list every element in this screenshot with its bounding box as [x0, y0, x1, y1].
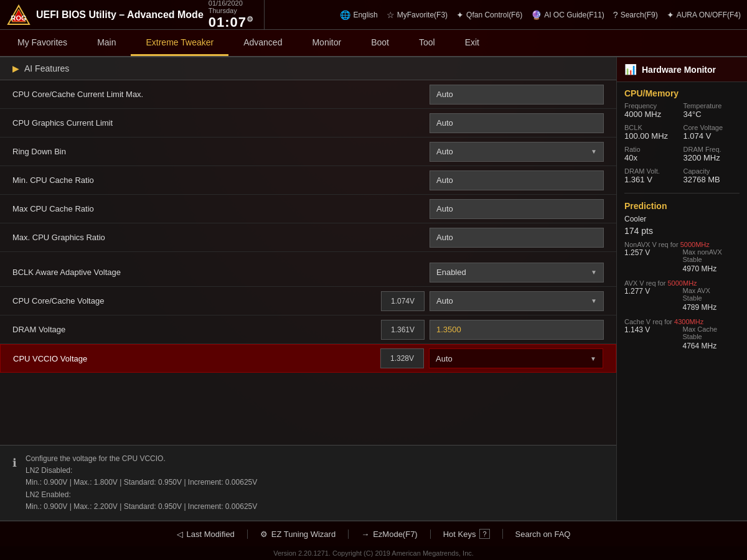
qfan-icon: ✦	[456, 10, 464, 20]
tab-main[interactable]: Main	[82, 30, 131, 56]
setting-max-cpu-graphics-ratio[interactable]: Max. CPU Graphics Ratio Auto	[0, 223, 616, 252]
chevron-down-icon: ▼	[591, 148, 597, 155]
small-value-cpu-vccio: 1.328V	[380, 348, 424, 368]
dropdown-bclk-aware[interactable]: Enabled ▼	[430, 263, 604, 282]
hw-pred-row2-freq: 5000MHz	[668, 279, 697, 287]
language-icon: 🌐	[340, 10, 350, 20]
value-box-dram-voltage[interactable]: 1.3500	[430, 320, 604, 340]
myfavorite-icon: ☆	[387, 10, 395, 20]
hw-pred-row3-req-label: Cache V req for 4300MHz	[624, 318, 740, 325]
setting-dram-voltage[interactable]: DRAM Voltage 1.361V 1.3500	[0, 315, 616, 344]
setting-controls-3: Auto ▼	[430, 142, 604, 162]
setting-bclk-aware-adaptive-voltage[interactable]: BCLK Aware Adaptive Voltage Enabled ▼	[0, 258, 616, 287]
toolbar-language[interactable]: 🌐 English	[340, 10, 377, 20]
hw-pred-row1-freq: 5000MHz	[680, 241, 710, 248]
setting-ring-down-bin[interactable]: Ring Down Bin Auto ▼	[0, 138, 616, 166]
footer-version: Version 2.20.1271. Copyright (C) 2019 Am…	[0, 546, 747, 560]
value-box-cpu-core-cache-current-limit[interactable]: Auto	[430, 85, 604, 105]
hw-cooler-value: 174 pts	[617, 225, 747, 241]
aioc-icon: 🔮	[531, 10, 542, 20]
setting-cpu-vccio-voltage[interactable]: CPU VCCIO Voltage 1.328V Auto ▼	[0, 344, 616, 373]
hw-monitor-header: 📊 Hardware Monitor	[617, 57, 747, 82]
toolbar-aura[interactable]: ✦ AURA ON/OFF(F4)	[667, 10, 741, 20]
setting-cpu-graphics-current-limit[interactable]: CPU Graphics Current Limit Auto	[0, 109, 616, 138]
hw-pred-row3-values: 1.143 V Max Cache Stable 4764 MHz	[624, 325, 740, 350]
hw-pred-row3-req-val: 1.143 V	[624, 325, 682, 340]
spacer-row	[0, 252, 616, 258]
toolbar-myfavorite[interactable]: ☆ MyFavorite(F3)	[387, 10, 448, 20]
hw-item-dram-volt: DRAM Volt. 1.361 V	[624, 167, 681, 184]
setting-controls-7: Enabled ▼	[430, 263, 604, 282]
date-display: 01/16/2020Thursday	[209, 0, 243, 14]
value-box-min-cpu-cache-ratio[interactable]: Auto	[430, 170, 604, 190]
dropdown-ring-down-bin[interactable]: Auto ▼	[430, 142, 604, 162]
footer-search-faq[interactable]: Search on FAQ	[503, 530, 583, 539]
ez-tuning-wizard-icon: ⚙	[260, 530, 268, 539]
small-value-dram-voltage: 1.361V	[381, 320, 425, 340]
toolbar-aioc[interactable]: 🔮 AI OC Guide(F11)	[531, 10, 604, 20]
tab-extreme-tweaker[interactable]: Extreme Tweaker	[131, 30, 228, 56]
nav-tabs: My Favorites Main Extreme Tweaker Advanc…	[0, 30, 747, 57]
hardware-monitor-panel: 📊 Hardware Monitor CPU/Memory Frequency …	[616, 57, 747, 520]
setting-controls-4: Auto	[430, 170, 604, 190]
footer-ez-tuning-wizard[interactable]: ⚙ EZ Tuning Wizard	[248, 530, 349, 539]
tab-advanced[interactable]: Advanced	[228, 30, 297, 56]
info-icon: ℹ	[12, 454, 17, 472]
footer-ezmode[interactable]: → EzMode(F7)	[349, 530, 431, 539]
hw-prediction-title: Prediction	[617, 196, 747, 213]
value-box-max-cpu-cache-ratio[interactable]: Auto	[430, 199, 604, 219]
datetime-block: 01/16/2020Thursday 01:07⚙	[209, 0, 265, 30]
toolbar-qfan[interactable]: ✦ Qfan Control(F6)	[456, 10, 522, 20]
chevron-down-icon-3: ▼	[591, 297, 597, 304]
info-title: Configure the voltage for the CPU VCCIO.	[26, 453, 257, 465]
setting-cpu-core-cache-voltage[interactable]: CPU Core/Cache Voltage 1.074V Auto ▼	[0, 287, 616, 315]
info-line-1: LN2 Disabled:	[26, 465, 257, 477]
tab-boot[interactable]: Boot	[356, 30, 404, 56]
tab-my-favorites[interactable]: My Favorites	[2, 30, 82, 56]
setting-min-cpu-cache-ratio[interactable]: Min. CPU Cache Ratio Auto	[0, 166, 616, 195]
hw-item-frequency: Frequency 4000 MHz	[624, 102, 681, 119]
tab-exit[interactable]: Exit	[450, 30, 494, 56]
footer-hot-keys[interactable]: Hot Keys ?	[431, 529, 503, 539]
chevron-down-icon-4: ▼	[590, 355, 596, 362]
footer-last-modified[interactable]: ◁ Last Modified	[164, 530, 248, 539]
hw-pred-row3-max: Max Cache Stable	[683, 325, 740, 340]
header: ROG UEFI BIOS Utility – Advanced Mode 01…	[0, 0, 747, 30]
setting-controls-10: 1.328V Auto ▼	[380, 348, 603, 368]
info-line-3: LN2 Enabled:	[26, 489, 257, 501]
setting-max-cpu-cache-ratio[interactable]: Max CPU Cache Ratio Auto	[0, 195, 616, 223]
hw-divider	[624, 193, 740, 194]
hw-pred-row-1: NonAVX V req for 5000MHz 1.257 V Max non…	[624, 241, 740, 273]
toolbar: 🌐 English ☆ MyFavorite(F3) ✦ Qfan Contro…	[272, 10, 741, 20]
tab-monitor[interactable]: Monitor	[297, 30, 356, 56]
tab-tool[interactable]: Tool	[404, 30, 450, 56]
app-title: ROG UEFI BIOS Utility – Advanced Mode	[6, 4, 204, 26]
setting-controls-8: 1.074V Auto ▼	[381, 291, 604, 311]
hw-pred-row-2: AVX V req for 5000MHz 1.277 V Max AVX St…	[624, 279, 740, 312]
footer-container: ◁ Last Modified ⚙ EZ Tuning Wizard → EzM…	[0, 520, 747, 560]
setting-controls-9: 1.361V 1.3500	[381, 320, 604, 340]
info-line-2: Min.: 0.900V | Max.: 1.800V | Standard: …	[26, 477, 257, 488]
value-box-max-cpu-graphics-ratio[interactable]: Auto	[430, 228, 604, 248]
chevron-down-icon-2: ▼	[591, 269, 597, 276]
dropdown-cpu-core-cache-voltage[interactable]: Auto ▼	[430, 291, 604, 311]
search-icon: ?	[613, 10, 618, 20]
hw-pred-row2-req-val: 1.277 V	[624, 287, 682, 302]
hw-item-temperature: Temperature 34°C	[684, 102, 740, 119]
svg-text:ROG: ROG	[11, 14, 26, 22]
hw-item-bclk: BCLK 100.00 MHz	[624, 124, 681, 141]
ezmode-icon: →	[361, 530, 369, 539]
main-content: ▶ AI Features CPU Core/Cache Current Lim…	[0, 57, 747, 520]
toolbar-search[interactable]: ? Search(F9)	[613, 10, 658, 20]
dropdown-cpu-vccio-voltage[interactable]: Auto ▼	[429, 348, 603, 368]
value-box-cpu-graphics-current-limit[interactable]: Auto	[430, 113, 604, 133]
info-line-4: Min.: 0.900V | Max.: 2.200V | Standard: …	[26, 501, 257, 513]
small-value-cpu-core-cache: 1.074V	[381, 291, 425, 311]
aura-icon: ✦	[667, 10, 674, 20]
bios-title: UEFI BIOS Utility – Advanced Mode	[36, 9, 204, 21]
hw-cpu-memory-grid: Frequency 4000 MHz Temperature 34°C BCLK…	[617, 102, 747, 190]
setting-cpu-core-cache-current-limit-max[interactable]: CPU Core/Cache Current Limit Max. Auto	[0, 80, 616, 109]
setting-controls-5: Auto	[430, 199, 604, 219]
hot-keys-icon: ?	[479, 529, 489, 539]
hw-pred-row1-req-label: NonAVX V req for 5000MHz	[624, 241, 740, 248]
